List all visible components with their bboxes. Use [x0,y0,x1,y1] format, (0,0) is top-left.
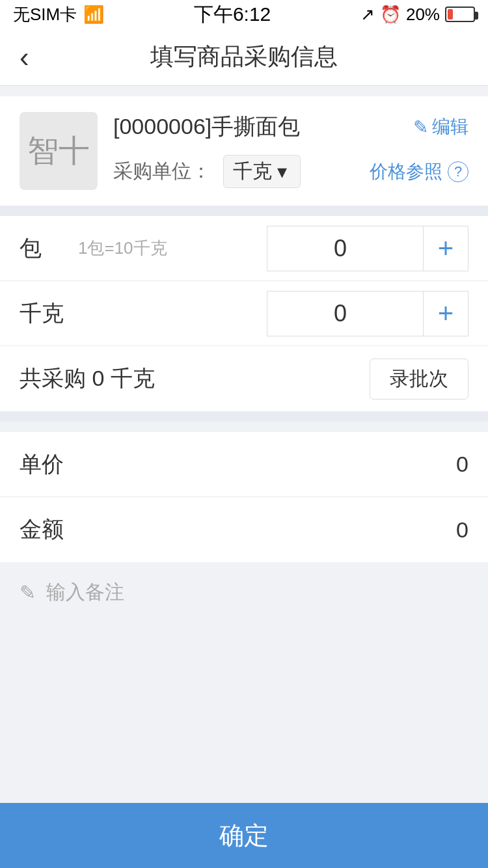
kg-label: 千克 [20,299,72,329]
confirm-button[interactable]: 确定 [0,803,488,868]
summary-quantity: 0 [92,366,104,390]
kg-plus-icon: + [438,300,454,327]
product-unit-row: 采购单位： 千克 ▾ 价格参照 ? [113,155,468,188]
price-ref-label: 价格参照 [370,159,442,184]
unit-selector-group: 采购单位： 千克 ▾ [113,155,301,188]
bag-plus-button[interactable]: + [423,226,468,271]
amount-row: 金额 0 [0,497,488,562]
status-time: 下午6:12 [194,1,271,28]
kg-input-row: 千克 + [0,281,488,346]
bag-label: 包 [20,234,72,264]
product-full-name: [0000006]手撕面包 [113,112,300,142]
amount-value: 0 [456,517,468,543]
location-icon: ↗ [360,5,375,25]
amount-label: 金额 [20,515,64,545]
notes-section[interactable]: ✎ 输入备注 [0,562,488,623]
bag-input-row: 包 1包=10千克 + [0,216,488,281]
notes-icon: ✎ [20,581,36,604]
kg-plus-button[interactable]: + [423,291,468,336]
status-left: 无SIM卡 📶 [13,3,104,26]
notes-placeholder: 输入备注 [46,579,124,606]
battery-icon [445,7,475,22]
unit-value: 千克 [233,158,272,185]
product-card: 智十 [0000006]手撕面包 ✎ 编辑 采购单位： 千克 ▾ [0,96,488,206]
unit-price-row: 单价 0 [0,432,488,497]
bag-sublabel: 1包=10千克 [78,237,167,260]
price-ref-button[interactable]: 价格参照 ? [370,159,468,184]
product-info: [0000006]手撕面包 ✎ 编辑 采购单位： 千克 ▾ 价格参照 ? [113,112,468,188]
unit-label: 采购单位： [113,160,211,182]
alarm-icon: ⏰ [380,5,401,25]
edit-icon: ✎ [413,116,428,138]
kg-quantity-input[interactable] [267,291,423,336]
page-title: 填写商品采购信息 [150,41,338,73]
empty-space [0,623,488,805]
summary-row: 共采购 0 千克 录批次 [0,346,488,411]
summary-text: 共采购 0 千克 [20,364,155,394]
bag-plus-icon: + [438,235,454,262]
batch-button-label: 录批次 [390,368,448,389]
section-divider-1 [0,206,488,216]
nav-bar: ‹ 填写商品采购信息 [0,29,488,86]
back-button[interactable]: ‹ [20,43,29,72]
summary-prefix: 共采购 [20,366,86,390]
status-bar: 无SIM卡 📶 下午6:12 ↗ ⏰ 20% [0,0,488,29]
bag-input-right: + [267,226,468,271]
battery-percent: 20% [406,5,440,25]
product-name-row: [0000006]手撕面包 ✎ 编辑 [113,112,468,142]
carrier-label: 无SIM卡 [13,3,77,26]
product-image: 智十 [20,112,98,190]
bag-input-section: 包 1包=10千克 + 千克 + [0,216,488,346]
summary-unit: 千克 [111,366,155,390]
unit-price-value: 0 [456,452,468,477]
wifi-icon: 📶 [83,5,104,25]
price-info-section: 单价 0 金额 0 [0,432,488,562]
section-divider-2 [0,411,488,422]
bag-quantity-input[interactable] [267,226,423,271]
edit-button[interactable]: ✎ 编辑 [413,115,468,139]
unit-select[interactable]: 千克 ▾ [223,155,301,188]
unit-price-label: 单价 [20,450,64,480]
edit-label: 编辑 [432,115,468,139]
dropdown-icon: ▾ [277,160,287,183]
confirm-label: 确定 [219,819,269,852]
batch-button[interactable]: 录批次 [370,359,468,400]
price-ref-icon: ? [448,161,468,182]
status-right: ↗ ⏰ 20% [360,5,475,25]
kg-input-right: + [267,291,468,336]
product-logo: 智十 [27,130,90,172]
